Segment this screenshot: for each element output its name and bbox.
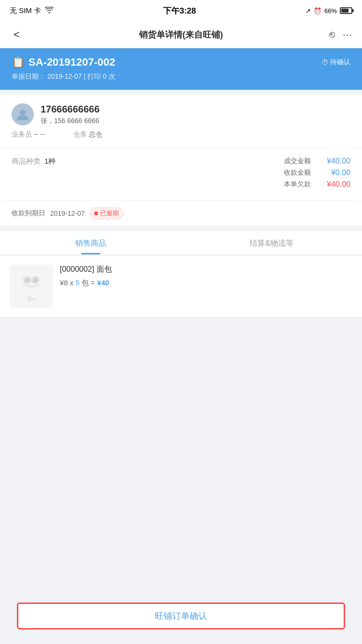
customer-meta: 业务员 -- -- 仓库 总仓 — [12, 130, 350, 139]
order-id: 📋 SA-20191207-002 — [12, 56, 115, 69]
battery-percent: 66% — [324, 7, 337, 14]
product-code: [0000002] — [60, 265, 94, 273]
summary-left: 商品种类 1种 — [12, 157, 56, 166]
order-status-text: 待确认 — [330, 58, 350, 67]
more-button[interactable]: ··· — [343, 29, 352, 40]
received-label: 收款金额 — [284, 168, 311, 177]
order-status: ⏱ 待确认 — [321, 58, 350, 67]
due-date-value: 2019-12-07 — [50, 210, 85, 217]
page-title: 销货单详情(来自旺铺) — [139, 29, 223, 41]
erp-plus-text: 管+ — [27, 295, 35, 303]
product-price: ¥8 — [60, 279, 68, 287]
transaction-label: 成交金额 — [284, 157, 311, 166]
tab-sales-product[interactable]: 销售商品 — [0, 231, 181, 254]
equals-sign: = — [91, 279, 97, 287]
confirm-order-button[interactable]: 旺铺订单确认 — [17, 602, 345, 630]
warehouse-value: 总仓 — [89, 130, 102, 138]
product-name: [0000002] 面包 — [60, 265, 352, 275]
print-unit: 次 — [109, 72, 115, 80]
location-icon: ↗ — [306, 7, 311, 14]
status-right: ↗ ⏰ 66% — [306, 7, 352, 14]
summary-right: 成交金额 ¥40.00 收款金额 ¥0.00 本单欠款 ¥40.00 — [284, 157, 350, 192]
order-icon: 📋 — [12, 56, 25, 69]
customer-name: 张，156 6666 6666 — [41, 117, 99, 126]
order-header-card: 📋 SA-20191207-002 ⏱ 待确认 单据日期： 2019-12-07… — [0, 48, 362, 90]
product-thumbnail: 管+ — [10, 265, 53, 308]
print-label: | 打印 — [84, 72, 101, 80]
received-row: 收款金额 ¥0.00 — [284, 168, 350, 177]
received-value: ¥0.00 — [317, 168, 350, 177]
product-qty: 5 — [76, 279, 80, 287]
product-price-row: ¥8 x 5 包 = ¥40 — [60, 279, 352, 288]
owe-row: 本单欠款 ¥40.00 — [284, 180, 350, 189]
product-qty-unit: 包 — [82, 279, 89, 287]
svg-point-3 — [26, 278, 29, 281]
date-label: 单据日期： — [12, 72, 45, 80]
customer-info: 17666666666 张，156 6666 6666 — [41, 104, 99, 126]
alarm-icon: ⏰ — [314, 7, 321, 14]
confirm-btn-wrap: 旺铺订单确认 — [17, 602, 345, 630]
nav-bar: < 销货单详情(来自旺铺) ⎋ ··· — [0, 21, 362, 48]
overdue-text: 已逾期 — [100, 209, 119, 218]
customer-top: 17666666666 张，156 6666 6666 — [12, 103, 350, 126]
order-id-text: SA-20191207-002 — [28, 56, 115, 69]
print-count: 0 — [103, 72, 107, 80]
battery-icon — [340, 7, 352, 14]
transaction-value: ¥40.00 — [317, 157, 350, 166]
product-info: [0000002] 面包 ¥8 x 5 包 = ¥40 — [60, 265, 352, 288]
product-owl-logo: 管+ — [19, 270, 43, 303]
bottom-space — [0, 317, 362, 413]
sales-value: -- — [34, 130, 38, 138]
status-left: 无 SIM 卡 — [10, 6, 54, 15]
share-button[interactable]: ⎋ — [329, 29, 335, 40]
product-item: 管+ [0000002] 面包 ¥8 x 5 包 = ¥40 — [10, 265, 352, 308]
status-bar: 无 SIM 卡 下午3:28 ↗ ⏰ 66% — [0, 0, 362, 21]
overdue-dot-icon — [94, 211, 98, 215]
svg-point-4 — [33, 278, 37, 281]
owe-value: ¥40.00 — [317, 180, 350, 189]
date-value: 2019-12-07 — [47, 72, 82, 80]
product-type-label: 商品种类 — [12, 157, 41, 166]
product-type-value: 1种 — [44, 157, 56, 166]
order-date-line: 单据日期： 2019-12-07 | 打印 0 次 — [12, 72, 350, 81]
sales-value-text: -- — [40, 130, 44, 138]
tab-settlement-label: 结算&物流等 — [250, 239, 293, 247]
header-card-top: 📋 SA-20191207-002 ⏱ 待确认 — [12, 56, 350, 69]
tabs-section: 销售商品 结算&物流等 — [0, 231, 362, 255]
clock-icon: ⏱ — [321, 58, 328, 66]
tabs-row: 销售商品 结算&物流等 — [0, 231, 362, 254]
svg-point-0 — [20, 110, 26, 115]
tab-settlement[interactable]: 结算&物流等 — [181, 231, 362, 254]
due-date-section: 收款到期日 2019-12-07 已逾期 — [0, 201, 362, 226]
product-section: 管+ [0000002] 面包 ¥8 x 5 包 = ¥40 — [0, 256, 362, 317]
product-total: ¥40 — [97, 279, 109, 287]
tab-sales-product-label: 销售商品 — [75, 239, 106, 247]
customer-section: 17666666666 张，156 6666 6666 业务员 -- -- 仓库… — [0, 95, 362, 148]
warehouse-meta: 仓库 总仓 — [73, 130, 102, 139]
status-time: 下午3:28 — [163, 5, 196, 16]
overdue-badge: 已逾期 — [90, 208, 123, 219]
back-button[interactable]: < — [10, 27, 24, 43]
summary-section: 商品种类 1种 成交金额 ¥40.00 收款金额 ¥0.00 本单欠款 ¥40.… — [0, 148, 362, 200]
warehouse-label: 仓库 — [73, 130, 87, 138]
multiply-sign: x — [70, 279, 76, 287]
due-date-label: 收款到期日 — [12, 209, 45, 218]
customer-phone: 17666666666 — [41, 104, 99, 115]
sales-label: 业务员 — [12, 130, 32, 138]
product-name-text: 面包 — [97, 265, 112, 273]
carrier-text: 无 SIM 卡 — [10, 6, 41, 15]
owe-label: 本单欠款 — [284, 180, 311, 189]
nav-actions: ⎋ ··· — [329, 29, 352, 40]
avatar — [12, 103, 34, 126]
wifi-icon — [45, 7, 54, 15]
transaction-row: 成交金额 ¥40.00 — [284, 157, 350, 166]
sales-meta: 业务员 -- -- — [12, 130, 44, 139]
